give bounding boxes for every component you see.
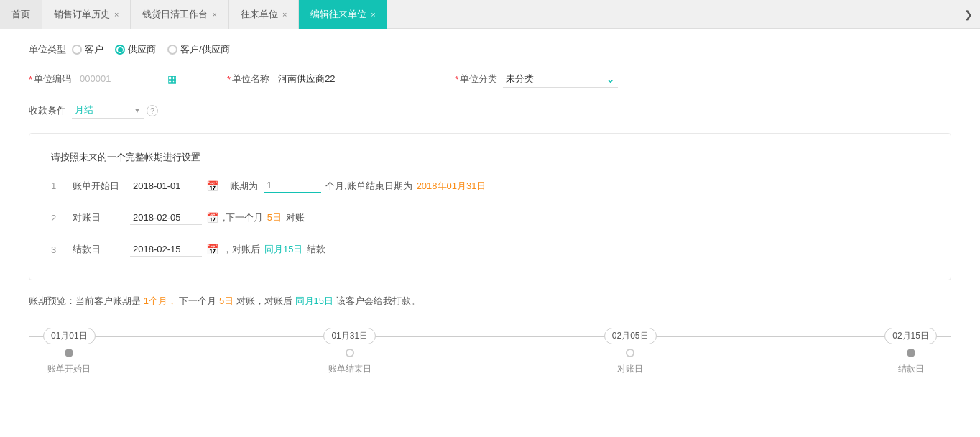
tabs-bar: 首页 销售订单历史 × 钱货日清工作台 × 往来单位 × 编辑往来单位 × ❯: [0, 0, 980, 29]
help-icon[interactable]: ?: [147, 105, 158, 116]
tab-partner[interactable]: 往来单位 ×: [229, 0, 299, 29]
tab-sales-history[interactable]: 销售订单历史 ×: [42, 0, 131, 29]
radio-both-label: 客户/供应商: [180, 43, 230, 56]
timeline-badge-3: 02月15日: [884, 328, 937, 344]
unit-code-required: *: [29, 74, 32, 85]
tab-sales-history-label: 销售订单历史: [54, 8, 110, 21]
payment-suffix-post: 结款: [307, 243, 325, 256]
radio-group-unit-type: 客户 供应商 客户/供应商: [72, 43, 230, 56]
radio-customer-label: 客户: [85, 43, 103, 56]
timeline-node-1: 01月31日账单结束日: [323, 328, 376, 375]
reconcile-suffix-post: 对账: [286, 211, 305, 224]
bill-start-row: 1 账单开始日 📅 账期为 个月,账单结束日期为 2018年01月31日: [51, 178, 929, 193]
payment-condition-label: 收款条件: [29, 104, 66, 117]
reconcile-highlight: 5日: [267, 211, 282, 224]
tab-cash-work-close[interactable]: ×: [212, 10, 216, 19]
unit-category-chevron-icon: ⌄: [606, 72, 615, 86]
unit-category-required: *: [455, 74, 458, 85]
preview-prefix: 账期预览：当前客户账期是: [29, 295, 141, 306]
timeline-nodes: 01月01日账单开始日01月31日账单结束日02月05日对账日02月15日结款日: [43, 328, 937, 375]
period-end-date: 2018年01月31日: [417, 180, 486, 193]
radio-customer-circle: [72, 45, 82, 55]
payment-condition-value: 月结: [75, 104, 93, 116]
payment-condition-field: 收款条件 月结 ▼ ?: [29, 102, 158, 119]
unit-name-input[interactable]: [275, 72, 405, 86]
reconcile-calendar-icon[interactable]: 📅: [206, 212, 218, 224]
radio-both[interactable]: 客户/供应商: [167, 43, 230, 56]
unit-code-input[interactable]: [77, 72, 163, 86]
unit-category-label: 单位分类: [460, 73, 497, 86]
timeline-node-0: 01月01日账单开始日: [43, 328, 96, 375]
row1-num: 1: [51, 180, 73, 191]
settings-section: 请按照未来的一个完整帐期进行设置 1 账单开始日 📅 账期为 个月,账单结束日期…: [29, 133, 951, 280]
section-title: 请按照未来的一个完整帐期进行设置: [51, 151, 929, 164]
timeline-dot-3: [907, 349, 915, 357]
preview-suffix: 该客户会给我打款。: [336, 295, 420, 306]
timeline-label-0: 账单开始日: [47, 363, 91, 375]
unit-info-row: * 单位编码 ▦ * 单位名称 * 单位分类 未分类 ⌄: [29, 70, 951, 88]
preview-text: 账期预览：当前客户账期是 1个月， 下一个月 5日 对账，对账后 同月15日 该…: [29, 295, 951, 308]
tab-cash-work[interactable]: 钱货日清工作台 ×: [131, 0, 228, 29]
radio-customer[interactable]: 客户: [72, 43, 103, 56]
preview-day5: 5日: [219, 295, 234, 306]
payment-row: 3 结款日 📅 ，对账后 同月15日 结款: [51, 242, 929, 257]
tab-home[interactable]: 首页: [0, 0, 42, 29]
preview-mid: 下一个月: [179, 295, 216, 306]
timeline-label-3: 结款日: [898, 363, 924, 375]
reconcile-suffix-pre: ,下一个月: [223, 211, 263, 224]
unit-code-copy-icon[interactable]: ▦: [167, 73, 177, 85]
unit-code-field: * 单位编码 ▦: [29, 72, 177, 86]
timeline-node-3: 02月15日结款日: [884, 328, 937, 375]
bill-start-calendar-icon[interactable]: 📅: [206, 180, 218, 192]
tab-home-label: 首页: [11, 8, 30, 21]
timeline-badge-1: 01月31日: [323, 328, 376, 344]
radio-both-circle: [167, 45, 177, 55]
timeline-dot-1: [346, 349, 354, 357]
radio-supplier-label: 供应商: [128, 43, 156, 56]
unit-category-field: * 单位分类 未分类 ⌄: [455, 70, 618, 88]
tab-partner-close[interactable]: ×: [282, 10, 287, 19]
timeline-badge-2: 02月05日: [604, 328, 657, 344]
timeline-dot-2: [626, 349, 634, 357]
period-unit-text: 个月,账单结束日期为: [325, 180, 412, 193]
unit-name-required: *: [227, 74, 231, 85]
payment-condition-row: 收款条件 月结 ▼ ?: [29, 102, 951, 119]
tabs-expand-button[interactable]: ❯: [957, 9, 980, 20]
tab-cash-work-label: 钱货日清工作台: [142, 8, 208, 21]
timeline-node-2: 02月05日对账日: [604, 328, 657, 375]
timeline-dot-0: [65, 349, 73, 357]
timeline: 01月01日账单开始日01月31日账单结束日02月05日对账日02月15日结款日: [29, 328, 951, 375]
unit-code-label: 单位编码: [34, 73, 71, 86]
timeline-badge-0: 01月01日: [43, 328, 96, 344]
radio-supplier-circle: [115, 45, 125, 55]
preview-reconcile: 对账，对账后: [236, 295, 292, 306]
reconcile-date-input[interactable]: [130, 211, 202, 225]
tab-partner-label: 往来单位: [241, 8, 278, 21]
unit-category-select[interactable]: 未分类 ⌄: [503, 70, 618, 88]
payment-date-input[interactable]: [130, 242, 202, 257]
tab-edit-partner[interactable]: 编辑往来单位 ×: [299, 0, 387, 29]
page-content: 单位类型 客户 供应商 客户/供应商 * 单位编码: [0, 29, 980, 437]
unit-name-field: * 单位名称: [227, 72, 405, 86]
tab-sales-history-close[interactable]: ×: [114, 10, 119, 19]
tab-edit-partner-label: 编辑往来单位: [310, 8, 366, 21]
row1-label: 账单开始日: [73, 180, 130, 193]
preview-period: 1个月，: [144, 295, 177, 306]
preview-day15: 同月15日: [295, 295, 333, 306]
tab-edit-partner-close[interactable]: ×: [371, 10, 375, 19]
unit-type-label: 单位类型: [29, 43, 66, 56]
row3-num: 3: [51, 244, 73, 255]
unit-type-row: 单位类型 客户 供应商 客户/供应商: [29, 43, 951, 56]
payment-suffix-pre: ，对账后: [223, 243, 260, 256]
unit-category-value: 未分类: [506, 73, 603, 86]
payment-highlight: 同月15日: [264, 243, 302, 256]
payment-condition-select[interactable]: 月结 ▼: [72, 102, 144, 119]
payment-calendar-icon[interactable]: 📅: [206, 244, 218, 255]
period-value-input[interactable]: [264, 178, 321, 193]
timeline-label-2: 对账日: [617, 363, 643, 375]
unit-name-label: 单位名称: [232, 73, 269, 86]
reconcile-row: 2 对账日 📅 ,下一个月 5日 对账: [51, 211, 929, 225]
row3-label: 结款日: [73, 243, 130, 256]
radio-supplier[interactable]: 供应商: [115, 43, 156, 56]
bill-start-date-input[interactable]: [130, 179, 202, 193]
